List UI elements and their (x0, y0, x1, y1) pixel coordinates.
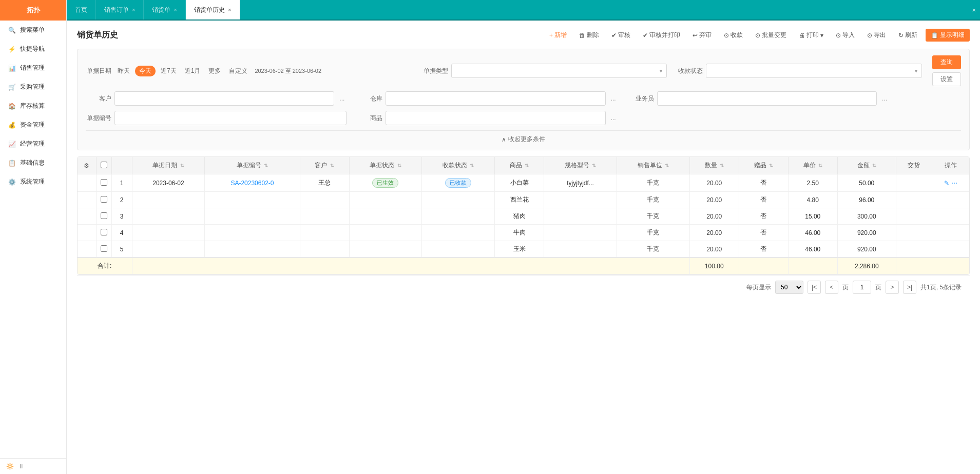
delete-button[interactable]: 🗑 删除 (575, 29, 603, 42)
sidebar-bottom-icon1[interactable]: 🔆 (6, 463, 14, 470)
doc-type-select[interactable]: ▾ (451, 64, 667, 78)
more-link-0[interactable]: ⋯ (951, 180, 957, 187)
query-button[interactable]: 查询 (932, 55, 961, 69)
sidebar-item-quick-nav[interactable]: ⚡ 快捷导航 (0, 40, 66, 58)
date-custom-btn[interactable]: 自定义 (226, 66, 251, 76)
first-page-btn[interactable]: |< (808, 281, 821, 294)
customer-input[interactable] (114, 91, 334, 106)
salesperson-input[interactable] (657, 91, 877, 106)
collapse-filter-btn[interactable]: ∧ 收起更多条件 (86, 130, 961, 144)
prev-page-btn[interactable]: < (825, 281, 838, 294)
tab-sales-history[interactable]: 销货单历史 × (186, 0, 240, 19)
date-yesterday-btn[interactable]: 昨天 (114, 66, 133, 76)
goods-input[interactable] (386, 111, 605, 125)
date-today-btn[interactable]: 今天 (135, 66, 156, 76)
col-qty[interactable]: 数量 ⇅ (689, 157, 739, 174)
main-tab-bar: 首页 销售订单 × 销货单 × 销货单历史 × × (67, 0, 980, 21)
show-detail-button[interactable]: 📋 显示明细 (926, 29, 970, 42)
close-sales-order-tab[interactable]: × (132, 7, 135, 13)
cell-check-2[interactable] (96, 208, 111, 225)
delete-label: 删除 (587, 31, 599, 40)
last-page-btn[interactable]: >| (903, 281, 916, 294)
cell-action-2[interactable] (932, 208, 969, 225)
export-button[interactable]: ⊙ 导出 (863, 29, 890, 42)
col-goods[interactable]: 商品 ⇅ (495, 157, 544, 174)
cell-action-4[interactable] (932, 241, 969, 258)
sidebar-item-search-menu[interactable]: 🔍 搜索菜单 (0, 21, 66, 40)
cell-check-0[interactable] (96, 174, 111, 192)
row-checkbox-2[interactable] (101, 212, 107, 219)
cell-amount-0: 50.00 (837, 174, 896, 192)
warehouse-input[interactable] (386, 91, 605, 106)
cell-docnumber-2[interactable] (205, 208, 300, 225)
col-customer[interactable]: 客户 ⇅ (300, 157, 349, 174)
sidebar-item-sys-mgmt[interactable]: ⚙️ 系统管理 (0, 172, 66, 191)
audit-button[interactable]: ✔ 审核 (607, 29, 635, 42)
close-sales-goods-tab[interactable]: × (174, 7, 177, 13)
sidebar-item-inventory[interactable]: 🏠 库存核算 (0, 96, 66, 115)
row-checkbox-1[interactable] (101, 196, 107, 203)
cell-action-0[interactable]: ✎ ⋯ (932, 174, 969, 192)
edit-link-0[interactable]: ✎ (944, 180, 949, 187)
cell-check-3[interactable] (96, 225, 111, 241)
sidebar-bottom-icon2[interactable]: ⏸ (18, 463, 24, 470)
date-more-btn[interactable]: 更多 (205, 66, 224, 76)
col-spec[interactable]: 规格型号 ⇅ (544, 157, 617, 174)
col-doc-date[interactable]: 单据日期 ⇅ (132, 157, 205, 174)
cell-docnumber-4[interactable] (205, 241, 300, 258)
row-checkbox-0[interactable] (101, 179, 107, 186)
print-label: 打印 (806, 31, 819, 40)
per-page-select[interactable]: 50 100 200 (775, 281, 803, 294)
tab-sales-goods[interactable]: 销货单 × (144, 0, 185, 19)
cell-check-4[interactable] (96, 241, 111, 258)
date-7days-btn[interactable]: 近7天 (158, 66, 180, 76)
col-unit[interactable]: 销售单位 ⇅ (617, 157, 689, 174)
col-doc-status[interactable]: 单据状态 ⇅ (349, 157, 422, 174)
total-info: 共1页, 5条记录 (920, 283, 962, 292)
row-checkbox-3[interactable] (101, 229, 107, 235)
batch-change-button[interactable]: ⊙ 批量变更 (751, 29, 791, 42)
customer-ellipsis-btn[interactable]: ... (337, 94, 347, 103)
tab-home[interactable]: 首页 (67, 0, 96, 19)
date-1month-btn[interactable]: 近1月 (182, 66, 204, 76)
row-checkbox-4[interactable] (101, 245, 107, 252)
sidebar-item-sales-mgmt[interactable]: 📊 销售管理 (0, 58, 66, 77)
sidebar-item-finance[interactable]: 💰 资金管理 (0, 115, 66, 134)
next-page-btn[interactable]: > (886, 281, 899, 294)
sidebar-item-basic-info[interactable]: 📋 基础信息 (0, 153, 66, 172)
sidebar-item-ops[interactable]: 📈 经营管理 (0, 134, 66, 153)
cell-docnumber-0[interactable]: SA-20230602-0 (205, 174, 300, 192)
cell-docnumber-3[interactable] (205, 225, 300, 241)
refresh-button[interactable]: ↻ 刷新 (894, 29, 921, 42)
cell-delivery-1 (896, 192, 932, 208)
warehouse-ellipsis-btn[interactable]: ... (609, 94, 618, 103)
setting-button[interactable]: 设置 (932, 72, 961, 86)
cell-action-3[interactable] (932, 225, 969, 241)
abandon-button[interactable]: ↩ 弃审 (688, 29, 716, 42)
print-button[interactable]: 🖨 打印 ▾ (795, 29, 828, 42)
col-amount[interactable]: 金额 ⇅ (837, 157, 896, 174)
col-doc-number[interactable]: 单据编号 ⇅ (205, 157, 300, 174)
select-all-checkbox[interactable] (101, 162, 107, 168)
col-pay-status[interactable]: 收款状态 ⇅ (422, 157, 495, 174)
col-unit-price[interactable]: 单价 ⇅ (788, 157, 837, 174)
salesperson-ellipsis-btn[interactable]: ... (880, 94, 889, 103)
close-all-tabs-btn[interactable]: × (972, 6, 976, 14)
pay-status-select[interactable]: ▾ (706, 64, 922, 78)
new-button[interactable]: + 新增 (545, 29, 571, 42)
cell-docnumber-1[interactable] (205, 192, 300, 208)
cell-action-1[interactable] (932, 192, 969, 208)
doc-number-input[interactable] (114, 111, 347, 125)
sidebar-item-purchase-mgmt[interactable]: 🛒 采购管理 (0, 77, 66, 96)
audit-print-button[interactable]: ✔ 审核并打印 (639, 29, 684, 42)
cell-check-1[interactable] (96, 192, 111, 208)
col-check (96, 157, 111, 174)
tab-sales-order[interactable]: 销售订单 × (96, 0, 144, 19)
import-button[interactable]: ⊙ 导入 (832, 29, 859, 42)
page-number-input[interactable] (853, 281, 871, 294)
close-sales-history-tab[interactable]: × (228, 7, 231, 13)
col-gift[interactable]: 赠品 ⇅ (739, 157, 788, 174)
goods-ellipsis-btn[interactable]: ... (609, 113, 618, 123)
collect-button[interactable]: ⊙ 收款 (720, 29, 747, 42)
date-filter-item: 单据日期 昨天 今天 近7天 近1月 更多 自定义 2023-06-02 至 2… (86, 66, 412, 76)
